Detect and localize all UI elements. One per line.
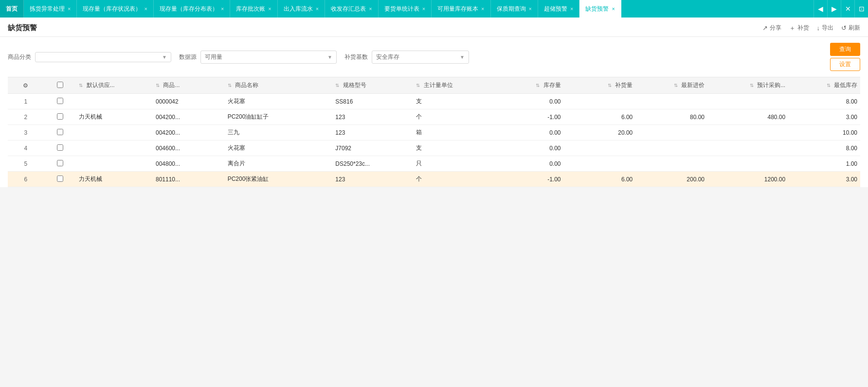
filter-replenish-group: 补货基数 安全库存 ▼ (344, 51, 469, 64)
topnav-tab-1-label: 拣货异常处理 (30, 5, 65, 13)
row-index: 3 (8, 125, 44, 141)
row-checkbox-cell[interactable] (44, 156, 76, 172)
row-purchase (707, 94, 788, 109)
row-name: 火花塞 (225, 94, 333, 109)
row-index: 1 (8, 94, 44, 109)
action-refresh[interactable]: ↺ 刷新 (841, 24, 860, 32)
row-stock: 0.00 (492, 141, 564, 156)
row-code: 004600... (153, 141, 225, 156)
topnav-tab-11-label: 缺货预警 (585, 5, 609, 13)
action-replenish[interactable]: ＋ 补货 (789, 24, 809, 33)
row-minstock: 8.00 (788, 141, 860, 156)
category-select[interactable]: ▼ (35, 52, 171, 62)
row-supplier (76, 94, 153, 109)
col-replenish-header[interactable]: ⇅ 补货量 (564, 77, 636, 94)
topnav-tab-3-label: 现存量（库存分布表） (160, 5, 218, 13)
row-checkbox[interactable] (57, 113, 63, 120)
topnav-tab-1[interactable]: 拣货异常处理 × (24, 0, 77, 18)
topnav-tab-11[interactable]: 缺货预警 × (579, 0, 621, 18)
topnav-tab-5[interactable]: 出入库流水 × (278, 0, 325, 18)
col-price-header[interactable]: ⇅ 最新进价 (635, 77, 707, 94)
supplier-sort-icon: ⇅ (79, 83, 83, 88)
table-header-row: ⚙ ⇅ 默认供应... ⇅ 商品... ⇅ 商品名称 ⇅ (8, 77, 860, 94)
topnav-tab-4-label: 库存批次账 (236, 5, 265, 13)
topnav-tab-10-close[interactable]: × (570, 6, 573, 12)
row-name: PC200张紧油缸 (225, 172, 333, 187)
topnav-tab-2-close[interactable]: × (144, 6, 147, 12)
row-checkbox[interactable] (57, 176, 63, 182)
row-checkbox-cell[interactable] (44, 109, 76, 125)
table-row: 3 004200... 三九 123 箱 0.00 20.00 10.00 (8, 125, 860, 141)
action-export[interactable]: ↓ 导出 (817, 24, 834, 32)
row-checkbox-cell[interactable] (44, 141, 76, 156)
col-gear[interactable]: ⚙ (8, 77, 44, 94)
row-unit: 个 (413, 109, 491, 125)
query-button[interactable]: 查询 (830, 43, 860, 56)
topnav-tab-9[interactable]: 保质期查询 × (491, 0, 538, 18)
row-spec: 123 (332, 125, 413, 141)
col-minstock-header[interactable]: ⇅ 最低库存 (788, 77, 860, 94)
topnav-tab-6-close[interactable]: × (369, 6, 372, 12)
topnav-tab-1-close[interactable]: × (68, 6, 71, 12)
row-supplier (76, 156, 153, 172)
topnav-next-btn[interactable]: ▶ (827, 0, 841, 18)
row-replenish: 6.00 (564, 172, 636, 187)
row-replenish: 6.00 (564, 109, 636, 125)
settings-button[interactable]: 设置 (830, 58, 860, 71)
page-title: 缺货预警 (8, 23, 37, 33)
row-checkbox[interactable] (57, 129, 63, 135)
row-checkbox[interactable] (57, 98, 63, 104)
topnav-tab-5-close[interactable]: × (316, 6, 319, 12)
col-unit-header[interactable]: ⇅ 主计量单位 (413, 77, 491, 94)
topnav-tab-7[interactable]: 要货单统计表 × (379, 0, 432, 18)
row-checkbox[interactable] (57, 144, 63, 151)
row-checkbox-cell[interactable] (44, 125, 76, 141)
row-purchase (707, 156, 788, 172)
topnav-expand-btn[interactable]: ⊡ (854, 0, 868, 18)
topnav-close-btn[interactable]: ✕ (841, 0, 854, 18)
row-checkbox-cell[interactable] (44, 172, 76, 187)
topnav-tab-11-close[interactable]: × (612, 6, 615, 12)
action-share[interactable]: ↗ 分享 (762, 24, 781, 32)
page-header: 缺货预警 ↗ 分享 ＋ 补货 ↓ 导出 ↺ 刷新 (0, 18, 868, 37)
replenish-select[interactable]: 安全库存 ▼ (372, 51, 469, 64)
row-spec: J7092 (332, 141, 413, 156)
topnav-tab-4[interactable]: 库存批次账 × (230, 0, 277, 18)
topnav-tab-2[interactable]: 现存量（库存状况表） × (77, 0, 153, 18)
row-name: 火花塞 (225, 141, 333, 156)
topnav-tab-8-close[interactable]: × (481, 6, 484, 12)
row-minstock: 1.00 (788, 156, 860, 172)
col-check-all[interactable] (44, 77, 76, 94)
row-checkbox[interactable] (57, 160, 63, 166)
row-code: 004800... (153, 156, 225, 172)
col-supplier-header[interactable]: ⇅ 默认供应... (76, 77, 153, 94)
col-code-header[interactable]: ⇅ 商品... (153, 77, 225, 94)
row-spec: 123 (332, 109, 413, 125)
topnav-nav-controls: ◀ ▶ ✕ ⊡ (814, 0, 868, 18)
topnav-tab-7-close[interactable]: × (422, 6, 425, 12)
topnav-home[interactable]: 首页 (0, 0, 24, 18)
topnav-tab-10[interactable]: 超储预警 × (538, 0, 579, 18)
row-name: 离合片 (225, 156, 333, 172)
topnav-tab-3[interactable]: 现存量（库存分布表） × (154, 0, 230, 18)
replenish-arrow-icon: ▼ (460, 54, 465, 60)
topnav-tab-4-close[interactable]: × (268, 6, 271, 12)
row-purchase: 1200.00 (707, 172, 788, 187)
topnav-tab-6[interactable]: 收发存汇总表 × (325, 0, 378, 18)
topnav-tab-10-label: 超储预警 (544, 5, 567, 13)
datasource-arrow-icon: ▼ (327, 54, 332, 60)
datasource-select[interactable]: 可用量 ▼ (200, 51, 337, 64)
name-sort-icon: ⇅ (228, 83, 232, 88)
col-stock-header[interactable]: ⇅ 库存量 (492, 77, 564, 94)
row-unit: 支 (413, 94, 491, 109)
check-all-checkbox[interactable] (57, 82, 63, 88)
topnav-tab-3-close[interactable]: × (221, 6, 224, 12)
col-name-header[interactable]: ⇅ 商品名称 (225, 77, 333, 94)
col-purchase-header[interactable]: ⇅ 预计采购... (707, 77, 788, 94)
row-checkbox-cell[interactable] (44, 94, 76, 109)
topnav-tab-9-close[interactable]: × (529, 6, 532, 12)
topnav-prev-btn[interactable]: ◀ (814, 0, 827, 18)
topnav-tab-8[interactable]: 可用量库存账本 × (432, 0, 490, 18)
col-spec-header[interactable]: ⇅ 规格型号 (332, 77, 413, 94)
unit-sort-icon: ⇅ (416, 83, 420, 88)
